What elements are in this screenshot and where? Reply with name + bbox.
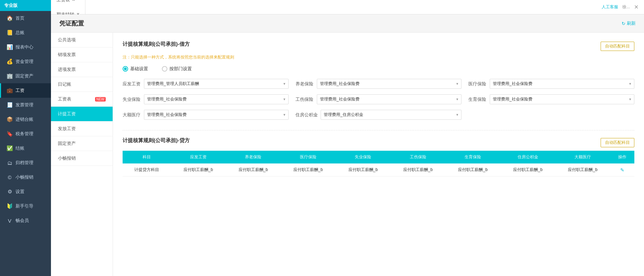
debit-auto-match-button[interactable]: 自动匹配科目 [601,42,634,51]
sidebar-item-guide[interactable]: 🔰新手引导 [0,199,51,213]
debit-field-label-dale: 大额医疗 [123,112,141,118]
sidebar-item-invoice[interactable]: 🧾发票管理 [0,98,51,112]
credit-col-header-5: 工伤保险 [391,151,445,163]
debit-field-value-dale: 管理费用_社会保险费 [147,112,282,118]
tab-close-payroll[interactable]: ✕ [72,0,75,2]
left-nav-label-journal: 日记账 [58,81,71,87]
sidebar-item-home[interactable]: 🏠首页 [0,11,51,25]
tab-label-payroll: 工资表 [56,0,70,3]
radio-basic[interactable]: 基础设置 [123,66,148,72]
credit-col-header-1: 应发工资 [171,151,226,163]
credit-cell-sybx-0: 应付职工薪酬_b [335,163,390,177]
left-nav-item-payroll-table[interactable]: 工资表NEW [51,92,113,107]
debit-field-select-gsbx[interactable]: 管理费用_社会保险费 ▾ [317,94,461,104]
sidebar-item-assets[interactable]: 🏢固定资产 [0,69,51,83]
radio-dept[interactable]: 按部门设置 [162,66,192,72]
sidebar-label-archive: 归档管理 [15,160,33,166]
debit-field-select-yfgz[interactable]: 管理费用_管理人员职工薪酬 ▾ [144,79,289,89]
sidebar-item-settings[interactable]: ⚙设置 [0,184,51,199]
credit-cell-subject-0: 计提贷方科目 [123,163,171,177]
credit-cell-ylbx2-0: 应付职工薪酬_b [281,163,335,177]
radio-basic-label: 基础设置 [130,66,148,72]
sidebar-item-capital[interactable]: 💰资金管理 [0,54,51,69]
left-nav-item-public[interactable]: 公共选项 [51,33,113,47]
left-nav-item-issue-salary[interactable]: 发放工资 [51,121,113,136]
sidebar-icon-reports: 📊 [7,44,13,50]
page-header: 凭证配置 ↻ 刷新 [51,14,644,33]
debit-radio-group: 基础设置 按部门设置 [123,66,634,72]
sidebar-label-tax: 税务管理 [15,131,33,137]
credit-edit-btn-0[interactable]: ✎ [620,167,624,173]
refresh-button[interactable]: ↻ 刷新 [622,20,636,26]
debit-field-label-sybx: 失业保险 [123,96,141,103]
debit-field-value-sybx: 管理费用_社会保险费 [147,96,282,102]
sidebar-icon-ledger: 📒 [7,30,13,36]
sidebar-item-xiaoReport[interactable]: ©小畅报销 [0,170,51,184]
credit-col-header-2: 养老保险 [226,151,280,163]
debit-field-gsbx: 工伤保险 管理费用_社会保险费 ▾ [295,94,461,104]
sidebar-item-archive[interactable]: 🗂归档管理 [0,156,51,170]
left-nav-item-petty-cash[interactable]: 小畅报销 [51,151,113,166]
debit-field-yfgz: 应发工资 管理费用_管理人员职工薪酬 ▾ [123,79,289,89]
sidebar-item-inventory[interactable]: 📦进销台账 [0,112,51,127]
left-nav-label-petty-cash: 小畅报销 [58,155,76,161]
debit-field-select-sybx[interactable]: 管理费用_社会保险费 ▾ [144,94,289,104]
sidebar-item-tax[interactable]: 🔖税务管理 [0,127,51,141]
radio-dept-label: 按部门设置 [169,66,192,72]
debit-field-ylbx2: 医疗保险 管理费用_社会保险费 ▾ [468,79,634,89]
sidebar-icon-guide: 🔰 [7,203,13,209]
left-nav-label-payroll-table: 工资表 [58,96,71,102]
debit-section-title: 计提核算规则(公司承担)-借方 [123,41,190,47]
sidebar-label-salary: 工资 [15,87,24,94]
page-content: 凭证配置 ↻ 刷新 公共选项销项发票进项发票日记账工资表NEW计提工资发放工资固… [51,14,644,276]
debit-field-value-gjj: 管理费用_住房公积金 [324,112,455,118]
debit-section-header: 计提核算规则(公司承担)-借方 自动匹配科目 [123,41,634,52]
debit-field-label-gjj: 住房公积金 [295,112,318,118]
user-name: 徐... [622,4,630,10]
tab-bar: 首页工资表✕期末结转✕凭证配置✕ 人工客服 徐... ✕ [51,0,644,14]
debit-form-grid: 应发工资 管理费用_管理人员职工薪酬 ▾ 养老保险 管理费用_社会保险费 ▾ 医… [123,79,634,120]
sidebar-item-member[interactable]: V畅会员 [0,213,51,228]
credit-col-header-8: 大额医疗 [555,151,610,163]
left-nav-item-journal[interactable]: 日记账 [51,77,113,92]
content-layout: 公共选项销项发票进项发票日记账工资表NEW计提工资发放工资固定资产小畅报销 计提… [51,33,644,276]
debit-field-sybx: 失业保险 管理费用_社会保险费 ▾ [123,94,289,104]
section-divider [123,130,634,130]
window-close-icon[interactable]: ✕ [634,4,638,10]
debit-field-label-ylbx2: 医疗保险 [468,81,487,87]
debit-field-value-ylbx: 管理费用_社会保险费 [320,81,455,87]
debit-field-select-dale[interactable]: 管理费用_社会保险费 ▾ [144,110,289,120]
sidebar-item-closing[interactable]: ✅结账 [0,141,51,156]
sidebar-label-inventory: 进销台账 [15,116,33,123]
left-nav-item-sales-invoice[interactable]: 销项发票 [51,47,113,62]
credit-table-wrapper: 科目应发工资养老保险医疗保险失业保险工伤保险生育保险住房公积金大额医疗操作 计提… [123,151,634,177]
debit-field-select-sybx2[interactable]: 管理费用_社会保险费 ▾ [490,94,634,104]
right-content: 计提核算规则(公司承担)-借方 自动匹配科目 注：只能选择一种方式，系统将按照您… [113,33,644,276]
help-link[interactable]: 人工客服 [602,4,618,10]
new-badge-payroll-table: NEW [95,97,106,102]
debit-field-select-ylbx[interactable]: 管理费用_社会保险费 ▾ [317,79,461,89]
debit-field-select-gjj[interactable]: 管理费用_住房公积金 ▾ [321,110,461,120]
debit-field-arrow-yfgz: ▾ [283,82,285,86]
sidebar-icon-home: 🏠 [7,15,13,21]
debit-field-value-yfgz: 管理费用_管理人员职工薪酬 [147,81,282,87]
sidebar-icon-closing: ✅ [7,145,13,151]
tab-payroll[interactable]: 工资表✕ [51,0,85,7]
left-nav-item-purchase-invoice[interactable]: 进项发票 [51,62,113,77]
sidebar-icon-assets: 🏢 [7,73,13,79]
left-nav-item-calc-salary[interactable]: 计提工资 [51,107,113,121]
sidebar-item-salary[interactable]: 💼工资 [0,83,51,98]
debit-field-label-sybx2: 生育保险 [468,96,487,103]
credit-auto-match-button[interactable]: 自动匹配科目 [601,138,634,147]
sidebar-item-ledger[interactable]: 📒总账 [0,25,51,40]
sidebar-icon-salary: 💼 [7,87,13,94]
credit-cell-action-0: ✎ [610,163,634,177]
debit-field-dale: 大额医疗 管理费用_社会保险费 ▾ [123,110,289,120]
debit-field-gjj: 住房公积金 管理费用_住房公积金 ▾ [295,110,461,120]
sidebar-label-home: 首页 [15,15,24,21]
debit-field-select-ylbx2[interactable]: 管理费用_社会保险费 ▾ [490,79,634,89]
sidebar-label-capital: 资金管理 [15,59,33,65]
left-nav-item-fixed-assets[interactable]: 固定资产 [51,136,113,151]
sidebar-item-reports[interactable]: 📊报表中心 [0,40,51,54]
credit-col-header-7: 住房公积金 [500,151,555,163]
